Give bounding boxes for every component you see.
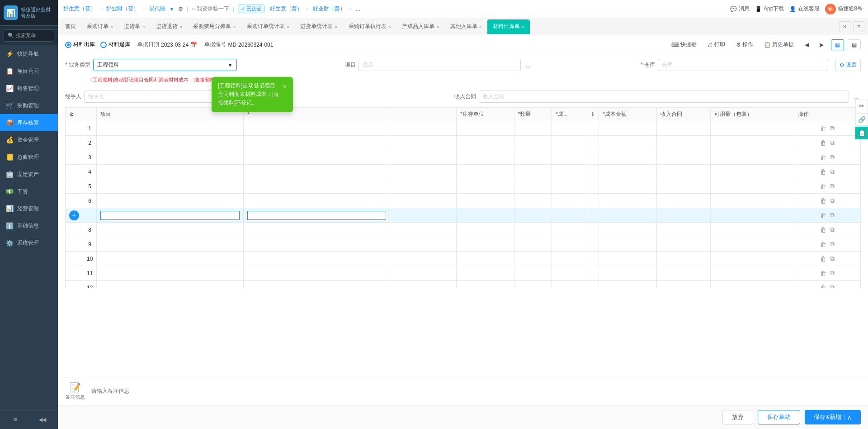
tab-close-purchase-receipt[interactable]: × bbox=[142, 24, 145, 29]
sidebar-item-purchase[interactable]: 🛒 采购管理 bbox=[0, 97, 58, 114]
next-button[interactable]: ▶ bbox=[816, 40, 827, 50]
settings-button[interactable]: ⚙ bbox=[4, 414, 27, 425]
app-download-button[interactable]: 📱 App下载 bbox=[755, 5, 784, 13]
row-copy-3[interactable]: ⧉ bbox=[829, 153, 835, 162]
tab-close-all[interactable]: × bbox=[839, 21, 850, 32]
business-type-input[interactable]: 工程领料 ▼ bbox=[93, 59, 237, 71]
sidebar-item-basic[interactable]: ℹ️ 基础信息 bbox=[0, 217, 58, 234]
tab-purchase-receipt[interactable]: 进货单 × bbox=[118, 19, 150, 34]
row-delete-10[interactable]: 🗑 bbox=[819, 254, 827, 263]
row-copy-6[interactable]: ⧉ bbox=[829, 196, 835, 205]
row-active-project-input[interactable] bbox=[100, 211, 239, 220]
topbar-trial-link[interactable]: ○ 我要体验一下 bbox=[192, 5, 229, 13]
save-new-button[interactable]: 保存&新增 ∧ bbox=[805, 410, 861, 424]
row-copy-2[interactable]: ⧉ bbox=[829, 138, 835, 148]
row-copy-1[interactable]: ⧉ bbox=[829, 124, 835, 133]
tab-close-material-outbound[interactable]: × bbox=[522, 24, 524, 29]
row-delete-5[interactable]: 🗑 bbox=[819, 181, 827, 191]
message-button[interactable]: 💬 消息 bbox=[730, 5, 750, 13]
topbar-link-haoyecai[interactable]: 好业财（普） bbox=[106, 5, 139, 13]
notes-input[interactable] bbox=[90, 382, 861, 400]
radio-material-out[interactable]: 材料出库 bbox=[65, 41, 95, 48]
user-menu[interactable]: 畅 畅捷通8号 bbox=[825, 4, 863, 14]
tab-close-purchase-order[interactable]: × bbox=[110, 24, 113, 29]
tab-close-purchase-return[interactable]: × bbox=[179, 24, 182, 29]
right-panel-edit-button[interactable]: ✏ bbox=[855, 100, 868, 112]
sidebar-item-finance[interactable]: 💰 资金管理 bbox=[0, 131, 58, 148]
topbar-settings-icon[interactable]: ⚙ bbox=[178, 6, 183, 12]
table-settings-header[interactable]: ⚙ bbox=[66, 108, 83, 121]
tab-purchase-expense[interactable]: 采购费用分摊单 × bbox=[188, 19, 241, 34]
row-delete-2[interactable]: 🗑 bbox=[819, 138, 827, 148]
row-copy-5[interactable]: ⧉ bbox=[829, 181, 835, 191]
collapse-button[interactable]: ◀◀ bbox=[31, 414, 54, 425]
tab-close-purchase-receipt-stat[interactable]: × bbox=[335, 24, 337, 29]
save-new-arrow-icon[interactable]: ∧ bbox=[844, 414, 852, 421]
row-delete-11[interactable]: 🗑 bbox=[819, 268, 827, 278]
tab-close-purchase-expense[interactable]: × bbox=[233, 24, 236, 29]
sidebar-item-accounting[interactable]: 📒 总账管理 bbox=[0, 148, 58, 166]
tab-close-finished-goods[interactable]: × bbox=[436, 24, 439, 29]
tab-purchase-order-stat[interactable]: 采购订单统计表 × bbox=[241, 19, 295, 34]
right-panel-link-button[interactable]: 🔗 bbox=[855, 113, 868, 126]
tab-finished-goods[interactable]: 产成品入库单 × bbox=[396, 19, 444, 34]
view-toggle-1[interactable]: ▦ bbox=[831, 39, 844, 50]
calendar-icon[interactable]: 📅 bbox=[190, 42, 197, 48]
row-delete-9[interactable]: 🗑 bbox=[819, 239, 827, 249]
row-copy-4[interactable]: ⧉ bbox=[829, 167, 835, 176]
row-copy-9[interactable]: ⧉ bbox=[829, 239, 835, 249]
tab-purchase-return[interactable]: 进货退货 × bbox=[151, 19, 188, 34]
tab-purchase-order[interactable]: 采购订单 × bbox=[81, 19, 118, 34]
row-delete-1[interactable]: 🗑 bbox=[819, 124, 827, 133]
sidebar-item-operations[interactable]: 📊 经营管理 bbox=[0, 200, 58, 217]
topbar-link2-haoshengyi[interactable]: 好生意（普） bbox=[270, 5, 302, 13]
project-search-dots[interactable]: ... bbox=[524, 62, 533, 69]
sidebar-item-payroll[interactable]: 💵 工资 bbox=[0, 183, 58, 200]
print-button[interactable]: 🖨 打印 bbox=[704, 39, 729, 50]
search-menu-button[interactable]: 🔍 搜索菜单 bbox=[4, 29, 54, 42]
tab-purchase-receipt-stat[interactable]: 进货单统计表 × bbox=[295, 19, 343, 34]
topbar-more[interactable]: ... bbox=[356, 6, 360, 12]
project-input[interactable]: 项目 bbox=[359, 59, 521, 71]
row-copy-11[interactable]: ⧉ bbox=[829, 268, 835, 278]
row-copy-12[interactable]: ⧉ bbox=[829, 283, 835, 288]
save-draft-button[interactable]: 保存草稿 bbox=[758, 410, 800, 424]
table-scroll-wrap[interactable]: ⚙ 项目 * *库存单位 *数量 *成... ℹ *成本金额 收入合同 bbox=[65, 107, 861, 288]
service-button[interactable]: 👤 在线客服 bbox=[789, 5, 820, 13]
settings-config-button[interactable]: ⚙ 设置 bbox=[835, 59, 861, 71]
handler-input[interactable]: 经手人 bbox=[84, 91, 225, 103]
row-delete-3[interactable]: 🗑 bbox=[819, 153, 827, 162]
row-delete-4[interactable]: 🗑 bbox=[819, 167, 827, 176]
radio-material-return[interactable]: 材料退库 bbox=[100, 41, 130, 48]
topbar-dropdown-arrow[interactable]: ▼ bbox=[169, 6, 175, 12]
row-copy-10[interactable]: ⧉ bbox=[829, 254, 835, 263]
row-delete-6[interactable]: 🗑 bbox=[819, 196, 827, 205]
history-button[interactable]: 📋 历史单据 bbox=[760, 39, 797, 50]
view-toggle-2[interactable]: ▤ bbox=[848, 39, 861, 50]
sidebar-item-assets[interactable]: 🏢 固定资产 bbox=[0, 166, 58, 183]
row-delete-8[interactable]: 🗑 bbox=[819, 225, 827, 234]
row-copy-8[interactable]: ⧉ bbox=[829, 225, 835, 234]
warehouse-input[interactable]: 仓库 bbox=[658, 59, 828, 71]
prev-button[interactable]: ◀ bbox=[801, 40, 812, 50]
tab-material-outbound[interactable]: 材料出库单 × bbox=[487, 19, 530, 34]
tab-other-inbound[interactable]: 其他入库单 × bbox=[445, 19, 487, 34]
row-copy-active[interactable]: ⧉ bbox=[829, 210, 835, 220]
tab-close-other-inbound[interactable]: × bbox=[479, 24, 482, 29]
shortcut-button[interactable]: ⌨ 快捷键 bbox=[668, 39, 700, 50]
tab-close-purchase-order-exec[interactable]: × bbox=[388, 24, 391, 29]
sidebar-item-system[interactable]: ⚙️ 系统管理 bbox=[0, 234, 58, 252]
tooltip-close-button[interactable]: × bbox=[283, 81, 287, 91]
sidebar-item-sales[interactable]: 📈 销售管理 bbox=[0, 80, 58, 97]
topbar-link-haoshengyi[interactable]: 好生意（普） bbox=[63, 5, 96, 13]
row-delete-12[interactable]: 🗑 bbox=[819, 283, 827, 288]
topbar-link-yidaizhang[interactable]: 易代账 bbox=[149, 5, 165, 13]
tab-home[interactable]: 首页 bbox=[60, 19, 81, 34]
sidebar-item-quicknav[interactable]: ⚡ 快捷导航 bbox=[0, 45, 58, 62]
right-panel-green-button[interactable]: 📋 bbox=[855, 127, 868, 139]
operations-button[interactable]: ⚙ 操作 bbox=[732, 39, 757, 50]
tab-view-toggle[interactable]: ≡ bbox=[853, 21, 864, 32]
row-active-material-input[interactable] bbox=[247, 211, 386, 220]
add-row-button[interactable]: + bbox=[69, 210, 79, 220]
tab-close-purchase-order-stat[interactable]: × bbox=[287, 24, 289, 29]
